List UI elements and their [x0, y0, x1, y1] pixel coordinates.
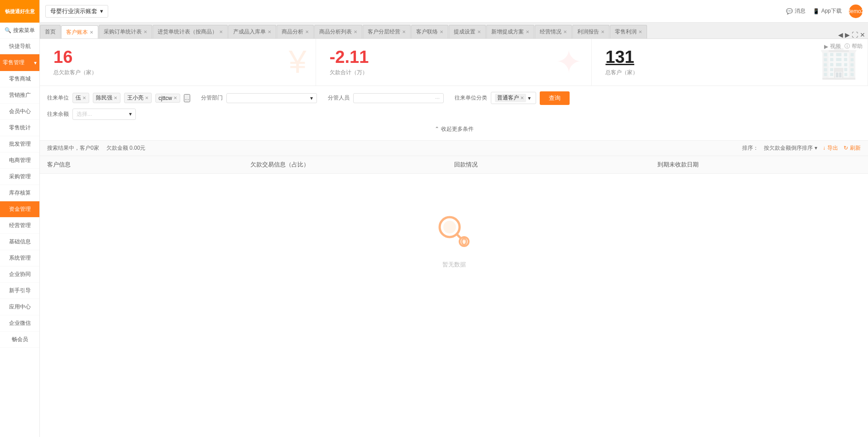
collapse-btn[interactable]: ⌃ 收起更多条件	[435, 125, 474, 133]
refresh-btn[interactable]: ↻ 刷新	[844, 144, 861, 152]
sidebar-item-ecommerce[interactable]: 电商管理	[0, 152, 39, 169]
tab-customer-layer[interactable]: 客户分层经营 ✕	[363, 25, 411, 38]
dept-select[interactable]: ▾	[226, 93, 317, 103]
balance-select[interactable]: 选择... ▾	[72, 109, 136, 120]
download-icon: 📱	[813, 8, 820, 14]
export-btn[interactable]: ↓ 导出	[823, 144, 838, 152]
tab-close-all[interactable]: ✕	[860, 31, 865, 38]
tab-close-customer-ledger[interactable]: ✕	[90, 30, 93, 35]
video-btn[interactable]: ▶ 视频	[824, 43, 841, 50]
sidebar-item-members[interactable]: 会员中心	[0, 104, 39, 120]
sidebar-item-purchase[interactable]: 采购管理	[0, 169, 39, 185]
tab-close-commission[interactable]: ✕	[477, 29, 481, 34]
tab-commission-settings[interactable]: 提成设置 ✕	[449, 25, 486, 38]
sidebar-item-retail-mall[interactable]: 零售商城	[0, 71, 39, 87]
sidebar-item-finance[interactable]: 资金管理	[0, 201, 39, 218]
tab-scroll-right[interactable]: ▶	[845, 31, 850, 38]
tab-close-operations[interactable]: ✕	[563, 29, 567, 34]
sidebar-item-inventory[interactable]: 库存核算	[0, 185, 39, 201]
tab-operations[interactable]: 经营情况 ✕	[535, 25, 572, 38]
tab-profit-report[interactable]: 利润报告 ✕	[572, 25, 609, 38]
filter-tag-cjttcw: cjttcw ✕	[155, 94, 180, 103]
tag-close-type[interactable]: ✕	[520, 95, 524, 100]
sidebar-item-wholesale[interactable]: 批发管理	[0, 136, 39, 152]
tab-close-stock[interactable]: ✕	[219, 29, 223, 34]
tabbar: 首页 客户账本 ✕ 采购订单统计表 ✕ 进货单统计表（按商品） ✕ 产成品入库单…	[40, 23, 868, 39]
sidebar: 畅捷通好生意 🔍 搜索菜单 快捷导航 零售管理 ▾ 零售商城 营销推广 会员中心…	[0, 0, 40, 437]
account-selector[interactable]: 母婴行业演示账套 ▾	[45, 5, 108, 18]
tab-new-commission[interactable]: 新增提成方案 ✕	[486, 25, 534, 38]
more-person-icon: ···	[435, 95, 440, 101]
tab-retail-profit[interactable]: 零售利润 ✕	[610, 25, 647, 38]
tab-stock-stats[interactable]: 进货单统计表（按商品） ✕	[153, 25, 228, 38]
empty-state: 暂无数据	[40, 174, 868, 305]
sidebar-item-collab[interactable]: 企业协同	[0, 266, 39, 283]
page-content: ¥ 16 总欠款客户（家） ✦ -2.11 欠款合计（万） 🏢 131 总客户（…	[40, 39, 868, 437]
tag-close-cjttcw[interactable]: ✕	[173, 95, 177, 100]
filter-tag-unit: 伍 ✕	[72, 93, 89, 103]
tag-close-wu[interactable]: ✕	[82, 95, 86, 100]
tab-customer-contact[interactable]: 客户联络 ✕	[411, 25, 448, 38]
tab-close-new-commission[interactable]: ✕	[526, 29, 529, 34]
tab-goods-analysis[interactable]: 商品分析 ✕	[277, 25, 314, 38]
sidebar-item-wechat[interactable]: 企业微信	[0, 315, 39, 332]
app-download-btn[interactable]: 📱 App下载	[813, 7, 842, 15]
stat-total-debt: ✦ -2.11 欠款合计（万）	[316, 39, 592, 86]
sidebar-item-basic-info[interactable]: 基础信息	[0, 234, 39, 250]
avatar[interactable]: demo2	[849, 5, 863, 18]
tab-close-customer-layer[interactable]: ✕	[402, 29, 406, 34]
sort-btn[interactable]: 按欠款金额倒序排序 ▾	[764, 144, 817, 152]
person-select[interactable]: ···	[353, 93, 444, 103]
tab-controls: ◀ ▶ ⛶ ✕	[835, 31, 868, 38]
tag-close-chen[interactable]: ✕	[114, 95, 117, 100]
sidebar-item-retail-stats[interactable]: 零售统计	[0, 120, 39, 136]
stat-customers-value: 16	[53, 48, 72, 67]
stat-debt-value: -2.11	[330, 48, 369, 67]
tab-close-goods-list[interactable]: ✕	[354, 29, 357, 34]
tab-purchase-stats[interactable]: 采购订单统计表 ✕	[99, 25, 152, 38]
col-header-customer: 客户信息	[47, 161, 250, 169]
results-amount: 欠款金额 0.00元	[106, 144, 146, 152]
chevron-up-icon: ⌃	[435, 126, 439, 132]
query-button[interactable]: 查询	[540, 91, 570, 105]
export-icon: ↓	[823, 145, 825, 151]
tab-close-profit[interactable]: ✕	[601, 29, 604, 34]
logo: 畅捷通好生意	[0, 0, 39, 23]
tab-product-in[interactable]: 产成品入库单 ✕	[228, 25, 276, 38]
sidebar-item-system[interactable]: 系统管理	[0, 250, 39, 266]
stat-units-label: 总客户（家）	[605, 69, 638, 76]
sidebar-item-marketing[interactable]: 营销推广	[0, 87, 39, 104]
chevron-down-icon: ▾	[100, 8, 103, 14]
tab-maximize[interactable]: ⛶	[852, 31, 858, 38]
unit-type-select[interactable]: 普通客户 ✕ ▾	[491, 92, 536, 104]
more-tags-btn[interactable]: ...	[184, 94, 190, 102]
message-btn[interactable]: 💬 消息	[786, 7, 806, 15]
topbar: 母婴行业演示账套 ▾ 💬 消息 📱 App下载 demo2	[40, 0, 868, 23]
refresh-icon: ↻	[844, 145, 848, 151]
tab-close-purchase[interactable]: ✕	[144, 29, 147, 34]
tab-goods-list[interactable]: 商品分析列表 ✕	[314, 25, 362, 38]
sidebar-item-member-pro[interactable]: 畅会员	[0, 332, 39, 348]
chevron-down-icon: ▾	[815, 145, 817, 151]
tab-home[interactable]: 首页	[40, 25, 61, 38]
sidebar-item-apps[interactable]: 应用中心	[0, 299, 39, 315]
stat-total-customers: ¥ 16 总欠款客户（家）	[40, 39, 316, 86]
tab-scroll-left[interactable]: ◀	[838, 31, 843, 38]
tab-close-goods[interactable]: ✕	[305, 29, 309, 34]
tab-close-contact[interactable]: ✕	[440, 29, 443, 34]
help-btn[interactable]: ⓘ 帮助	[844, 43, 863, 50]
quick-nav-btn[interactable]: 快捷导航	[0, 39, 39, 54]
sidebar-item-operations[interactable]: 经营管理	[0, 218, 39, 234]
retail-mgmt-section[interactable]: 零售管理 ▾	[0, 54, 39, 71]
tab-close-retail-profit[interactable]: ✕	[638, 29, 642, 34]
stat-debt-label: 欠款合计（万）	[330, 69, 368, 76]
sidebar-item-newuser[interactable]: 新手引导	[0, 283, 39, 299]
tab-customer-ledger[interactable]: 客户账本 ✕	[61, 25, 98, 39]
search-menu-btn[interactable]: 🔍 搜索菜单	[0, 23, 39, 39]
chevron-down-icon: ▾	[129, 111, 132, 117]
tag-close-wang[interactable]: ✕	[145, 95, 149, 100]
unit-type-label: 往来单位分类	[455, 94, 487, 102]
play-icon: ▶	[824, 43, 828, 50]
tab-close-product-in[interactable]: ✕	[268, 29, 271, 34]
stat-units-value: 131	[605, 48, 634, 67]
